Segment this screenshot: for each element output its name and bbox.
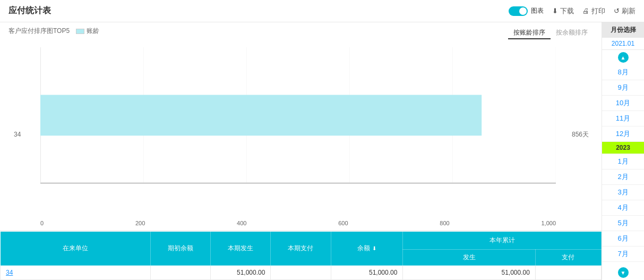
toggle-label: 图表 — [531, 6, 544, 15]
col-header-unit: 在来单位 — [1, 232, 151, 266]
page-title: 应付统计表 — [8, 5, 51, 16]
cell-payment — [271, 266, 331, 280]
col-header-balance: 余额 ⬇ — [331, 232, 403, 266]
refresh-icon: ↺ — [614, 7, 620, 15]
sidebar-months-list: 8月 9月 10月 11月 12月 2023 1月 2月 3月 4月 5月 6月… — [602, 65, 644, 265]
chart-legend: 客户应付排序图TOP5 账龄 — [8, 27, 99, 36]
chart-section: 客户应付排序图TOP5 账龄 按账龄排序 按余额排序 — [0, 22, 602, 280]
bar-y-label: 34 — [14, 131, 21, 138]
month-item-3[interactable]: 3月 — [602, 185, 644, 200]
summary-table: 在来单位 期初余额 本期发生 本期支付 余额 ⬇ 本年累计 发生 支付 — [0, 231, 602, 280]
year-marker-2023: 2023 — [602, 142, 644, 154]
month-item-2[interactable]: 2月 — [602, 169, 644, 185]
download-button[interactable]: ⬇ 下载 — [552, 6, 574, 16]
sidebar-nav-up[interactable]: ▲ — [602, 50, 644, 65]
bar-end-label: 856天 — [572, 130, 589, 139]
main-content: 客户应付排序图TOP5 账龄 按账龄排序 按余额排序 — [0, 22, 644, 280]
chart-toggle[interactable] — [509, 6, 528, 16]
month-item-6[interactable]: 6月 — [602, 231, 644, 247]
refresh-button[interactable]: ↺ 刷新 — [614, 6, 636, 16]
sidebar-header: 月份选择 — [602, 22, 644, 38]
month-item-1[interactable]: 1月 — [602, 154, 644, 169]
month-item-12[interactable]: 12月 — [602, 126, 644, 142]
cell-opening — [151, 266, 211, 280]
toggle-knob — [519, 7, 527, 15]
month-item-7[interactable]: 7月 — [602, 247, 644, 262]
legend-color-label: 账龄 — [87, 27, 99, 36]
chart-container: 客户应付排序图TOP5 账龄 按账龄排序 按余额排序 — [0, 22, 602, 231]
chart-legend-row: 客户应付排序图TOP5 账龄 按账龄排序 按余额排序 — [8, 27, 593, 40]
header-actions: 图表 ⬇ 下载 🖨 打印 ↺ 刷新 — [509, 6, 636, 16]
col-header-ytd-occurrence: 发生 — [403, 250, 536, 266]
col-header-occurrence: 本期发生 — [211, 232, 271, 266]
month-item-4[interactable]: 4月 — [602, 200, 644, 216]
sort-tab-by-age[interactable]: 按账龄排序 — [508, 27, 551, 39]
cell-balance: 51,000.00 — [331, 266, 403, 280]
sort-tab-by-balance[interactable]: 按余额排序 — [551, 27, 593, 39]
month-item-8[interactable]: 8月 — [602, 65, 644, 80]
col-header-ytd-payment: 支付 — [535, 250, 601, 266]
x-axis-labels: 0 200 400 600 800 1,000 — [40, 220, 556, 226]
legend-text: 客户应付排序图TOP5 — [8, 27, 70, 36]
print-button[interactable]: 🖨 打印 — [582, 6, 605, 16]
month-sidebar: 月份选择 2021.01 ▲ 8月 9月 10月 11月 12月 2023 1月… — [602, 22, 644, 280]
col-header-opening: 期初余额 — [151, 232, 211, 266]
table-section: 在来单位 期初余额 本期发生 本期支付 余额 ⬇ 本年累计 发生 支付 — [0, 231, 602, 280]
table-row: 34 51,000.00 51,000.00 51,000.00 — [1, 266, 602, 280]
sidebar-current-month: 2021.01 — [602, 38, 644, 50]
month-item-10[interactable]: 10月 — [602, 96, 644, 111]
col-header-payment: 本期支付 — [271, 232, 331, 266]
cell-occurrence: 51,000.00 — [211, 266, 271, 280]
bar-fill — [40, 95, 482, 136]
legend-item: 账龄 — [76, 27, 99, 36]
sidebar-nav-down[interactable]: ▼ — [602, 265, 644, 280]
nav-up-button[interactable]: ▲ — [618, 52, 629, 63]
cell-unit[interactable]: 34 — [1, 266, 151, 280]
nav-down-button[interactable]: ▼ — [618, 267, 629, 278]
print-icon: 🖨 — [582, 7, 589, 15]
month-item-11[interactable]: 11月 — [602, 111, 644, 126]
chart-toggle-wrap[interactable]: 图表 — [509, 6, 544, 16]
cell-ytd-payment — [535, 266, 601, 280]
month-item-9[interactable]: 9月 — [602, 80, 644, 96]
sort-tabs: 按账龄排序 按余额排序 — [508, 27, 593, 39]
cell-ytd-occurrence: 51,000.00 — [403, 266, 536, 280]
download-icon: ⬇ — [552, 7, 558, 15]
legend-color-box — [76, 29, 84, 34]
app-header: 应付统计表 图表 ⬇ 下载 🖨 打印 ↺ 刷新 — [0, 0, 644, 22]
col-header-ytd: 本年累计 — [403, 232, 602, 250]
month-item-5[interactable]: 5月 — [602, 216, 644, 231]
